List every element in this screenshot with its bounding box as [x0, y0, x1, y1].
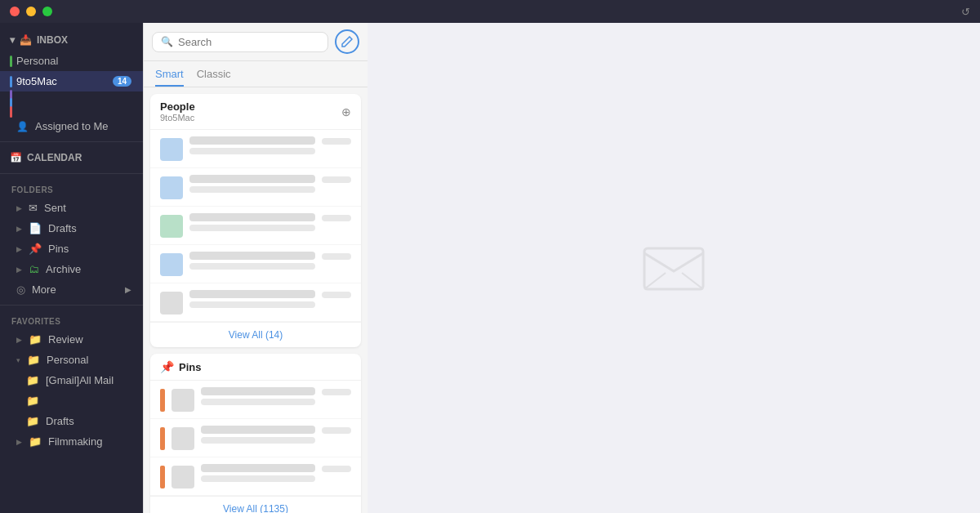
sidebar-item-personal-fav[interactable]: ▾ 📁 Personal [0, 350, 143, 370]
mail-time [322, 138, 351, 145]
sidebar-item-sent[interactable]: ▶ ✉ Sent [0, 198, 143, 218]
mail-subject [189, 252, 315, 260]
mail-time [322, 176, 351, 183]
inbox-icon: 📥 [20, 34, 32, 46]
mail-subject [189, 213, 315, 221]
mail-scroll[interactable]: People 9to5Mac ⊕ [144, 87, 368, 513]
sidebar-item-label: Personal [16, 55, 58, 67]
pins-icon: 📌 [29, 243, 42, 255]
envelope-icon [641, 242, 706, 291]
view-all-pins[interactable]: View All (1135) [150, 496, 361, 513]
maximize-button[interactable] [42, 7, 52, 16]
sidebar-item-unnamed[interactable]: 📁 [0, 390, 143, 411]
mail-subject [201, 464, 315, 472]
reload-icon[interactable]: ↺ [961, 6, 970, 18]
sidebar-item-pins[interactable]: ▶ 📌 Pins [0, 239, 143, 259]
sidebar-item-review[interactable]: ▶ 📁 Review [0, 329, 143, 350]
people-section-subtitle: 9to5Mac [160, 113, 195, 123]
sidebar-item-drafts-fav[interactable]: 📁 Drafts [0, 411, 143, 431]
sidebar-item-archive[interactable]: ▶ 🗂 Archive [0, 259, 143, 279]
more-icon: ◎ [16, 283, 25, 296]
mail-subject [201, 426, 315, 434]
inbox-section-header[interactable]: ▾ 📥 INBOX [0, 29, 143, 51]
assigned-icon: 👤 [16, 121, 29, 132]
mail-preview [189, 225, 315, 231]
pin-icon: 📌 [160, 360, 174, 373]
mail-preview [189, 148, 315, 154]
sidebar-item-label: Pins [48, 243, 69, 255]
people-section-title: People [160, 100, 195, 113]
people-section-header: People 9to5Mac ⊕ [150, 94, 361, 130]
personal-fav-chevron: ▾ [16, 356, 20, 364]
folders-label: Folders [0, 179, 143, 198]
table-row[interactable] [150, 283, 361, 322]
people-section-icon[interactable]: ⊕ [341, 105, 351, 118]
pins-chevron: ▶ [16, 245, 22, 253]
divider2 [0, 173, 143, 174]
mail-content [189, 213, 315, 231]
drafts-icon: 📄 [29, 222, 42, 234]
review-chevron: ▶ [16, 336, 22, 344]
sidebar-item-filmmaking[interactable]: ▶ 📁 Filmmaking [0, 431, 143, 452]
sidebar-item-blue2[interactable] [0, 100, 143, 108]
avatar [172, 389, 194, 412]
mail-time [322, 466, 351, 472]
table-row[interactable] [150, 168, 361, 207]
close-button[interactable] [10, 7, 20, 16]
mail-content [201, 387, 315, 405]
drafts-chevron: ▶ [16, 225, 22, 233]
calendar-icon: 📅 [10, 152, 22, 163]
drafts-fav-icon: 📁 [26, 415, 39, 427]
sidebar-item-label: [Gmail]All Mail [46, 374, 114, 386]
filmmaking-icon: 📁 [29, 435, 42, 448]
table-row[interactable] [150, 457, 361, 496]
svg-line-2 [682, 273, 703, 289]
mail-preview [189, 301, 315, 308]
archive-chevron: ▶ [16, 265, 22, 274]
search-input-wrap[interactable]: 🔍 [152, 32, 328, 52]
app-body: ▾ 📥 INBOX Personal 9to5Mac 14 👤 [0, 23, 980, 513]
avatar [172, 466, 194, 488]
compose-button[interactable] [335, 29, 359, 54]
filmmaking-chevron: ▶ [16, 438, 22, 446]
svg-line-1 [644, 273, 666, 289]
calendar-label: CALENDAR [27, 152, 82, 163]
people-section: People 9to5Mac ⊕ [150, 94, 361, 347]
sidebar-item-gmail-all[interactable]: 📁 [Gmail]All Mail [0, 370, 143, 390]
pin-bar [160, 389, 165, 412]
sidebar-item-9to5mac[interactable]: 9to5Mac 14 [0, 71, 143, 91]
search-input[interactable] [178, 36, 319, 48]
sidebar-item-label: Review [48, 333, 83, 346]
minimize-button[interactable] [26, 7, 36, 16]
pin-bar [160, 427, 165, 450]
sidebar-item-label: Filmmaking [48, 435, 102, 448]
table-row[interactable] [150, 130, 361, 168]
table-row[interactable] [150, 207, 361, 245]
table-row[interactable] [150, 245, 361, 283]
sidebar-item-label: Archive [46, 263, 81, 275]
mail-preview [201, 399, 315, 405]
avatar [160, 215, 183, 238]
calendar-section-header[interactable]: 📅 CALENDAR [0, 147, 143, 168]
table-row[interactable] [150, 419, 361, 457]
divider3 [0, 305, 143, 306]
sidebar-item-red[interactable] [0, 108, 143, 116]
view-all-people[interactable]: View All (14) [150, 322, 361, 347]
people-header-left: People 9to5Mac [160, 100, 195, 123]
table-row[interactable] [150, 381, 361, 419]
divider [0, 141, 143, 142]
tab-classic[interactable]: Classic [197, 61, 231, 87]
sidebar-item-purple[interactable] [0, 91, 143, 100]
tab-smart[interactable]: Smart [155, 61, 184, 87]
sidebar-item-more[interactable]: ◎ More ▶ [0, 279, 143, 300]
unnamed-icon: 📁 [26, 395, 39, 407]
mail-time [322, 215, 351, 221]
sidebar-item-assigned[interactable]: 👤 Assigned to Me [0, 116, 143, 136]
compose-icon [341, 36, 353, 47]
sidebar-item-label: Personal [47, 354, 88, 366]
sidebar-item-personal[interactable]: Personal [0, 51, 143, 71]
sidebar-item-drafts[interactable]: ▶ 📄 Drafts [0, 218, 143, 239]
sidebar: ▾ 📥 INBOX Personal 9to5Mac 14 👤 [0, 23, 143, 513]
mail-preview [189, 186, 315, 193]
inbox-label: INBOX [37, 34, 68, 46]
